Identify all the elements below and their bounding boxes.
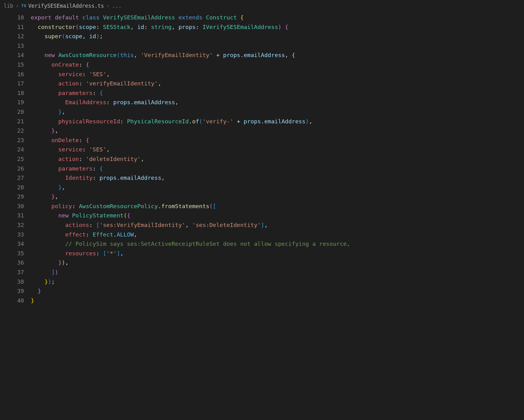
code-line[interactable]: new AwsCustomResource(this, 'VerifyEmail… [31,51,350,60]
breadcrumb-file[interactable]: VerifySESEmailAddress.ts [28,2,104,10]
line-number: 29 [0,192,24,202]
line-number: 13 [0,41,24,51]
line-number: 33 [0,230,24,240]
code-line[interactable]: }); [31,277,350,287]
chevron-right-icon: › [106,2,109,10]
code-line[interactable]: parameters: { [31,164,350,174]
code-line[interactable]: action: 'deleteIdentity', [31,154,350,164]
line-number: 39 [0,286,24,296]
code-line[interactable]: }, [31,183,350,192]
chevron-right-icon: › [16,2,19,10]
line-number: 17 [0,79,24,89]
line-number: 14 [0,51,24,60]
line-number: 30 [0,202,24,211]
line-number: 20 [0,107,24,117]
code-line[interactable]: onCreate: { [31,60,350,70]
line-number: 15 [0,60,24,70]
code-line[interactable]: constructor(scope: SESStack, id: string,… [31,23,350,32]
code-line[interactable]: }, [31,107,350,117]
line-number: 38 [0,277,24,287]
code-line[interactable]: }, [31,192,350,202]
line-number: 21 [0,117,24,126]
code-line[interactable]: physicalResourceId: PhysicalResourceId.o… [31,117,350,126]
breadcrumb-folder[interactable]: lib [4,2,13,10]
code-content[interactable]: export default class VerifySESEmailAddre… [31,13,350,305]
line-number-gutter: 1011121314151617181920212223242526272829… [0,13,31,305]
code-line[interactable]: Identity: props.emailAddress, [31,173,350,183]
line-number: 23 [0,136,24,145]
line-number: 31 [0,211,24,220]
code-line[interactable]: service: 'SES', [31,145,350,154]
breadcrumb[interactable]: lib › TS VerifySESEmailAddress.ts › ... [0,0,524,12]
code-line[interactable]: parameters: { [31,89,350,98]
line-number: 25 [0,154,24,164]
code-line[interactable]: }), [31,258,350,268]
typescript-file-icon: TS [21,2,27,9]
code-line[interactable]: service: 'SES', [31,70,350,79]
code-line[interactable]: } [31,286,350,296]
line-number: 28 [0,183,24,192]
code-line[interactable]: resources: ['*'], [31,249,350,258]
code-line[interactable]: export default class VerifySESEmailAddre… [31,13,350,23]
line-number: 19 [0,98,24,107]
code-line[interactable]: actions: ['ses:VerifyEmailIdentity', 'se… [31,220,350,230]
line-number: 16 [0,70,24,79]
line-number: 27 [0,173,24,183]
code-line[interactable]: } [31,296,350,306]
line-number: 24 [0,145,24,154]
code-line[interactable]: // PolicySim says ses:SetActiveReceiptRu… [31,239,350,249]
code-editor[interactable]: 1011121314151617181920212223242526272829… [0,12,524,305]
line-number: 18 [0,89,24,98]
line-number: 40 [0,296,24,306]
line-number: 11 [0,23,24,32]
line-number: 10 [0,13,24,23]
line-number: 26 [0,164,24,174]
code-line[interactable]: ]) [31,268,350,277]
line-number: 37 [0,268,24,277]
line-number: 34 [0,239,24,249]
line-number: 22 [0,126,24,136]
line-number: 35 [0,249,24,258]
code-line[interactable]: onDelete: { [31,136,350,145]
code-line[interactable]: action: 'verifyEmailIdentity', [31,79,350,89]
code-line[interactable]: policy: AwsCustomResourcePolicy.fromStat… [31,202,350,211]
code-line[interactable]: EmailAddress: props.emailAddress, [31,98,350,107]
line-number: 12 [0,32,24,41]
code-line[interactable]: super(scope, id); [31,32,350,41]
code-line[interactable]: }, [31,126,350,136]
code-line[interactable]: new PolicyStatement({ [31,211,350,220]
code-line[interactable] [31,41,350,51]
code-line[interactable]: effect: Effect.ALLOW, [31,230,350,240]
line-number: 32 [0,220,24,230]
line-number: 36 [0,258,24,268]
breadcrumb-symbol[interactable]: ... [112,2,122,10]
